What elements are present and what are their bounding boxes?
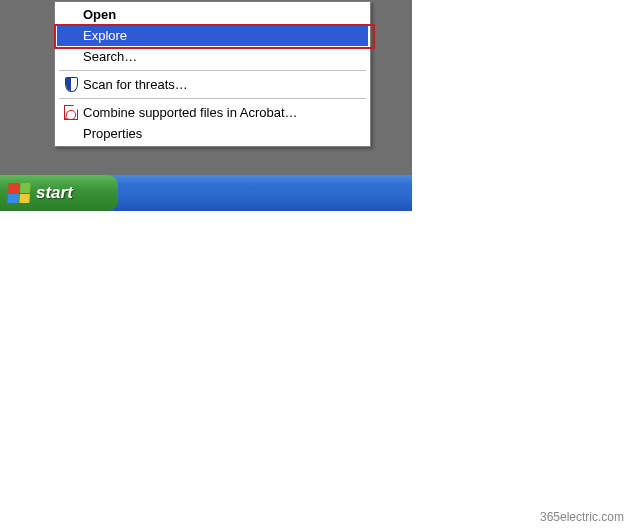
menu-item-open[interactable]: Open bbox=[57, 4, 368, 25]
blank-icon bbox=[61, 126, 81, 142]
blank-icon bbox=[61, 28, 81, 44]
blank-icon bbox=[61, 49, 81, 65]
start-button[interactable]: start bbox=[0, 175, 118, 211]
context-menu: Open Explore Search… Scan for threats… C… bbox=[54, 1, 371, 147]
start-button-label: start bbox=[36, 183, 73, 203]
menu-item-properties[interactable]: Properties bbox=[57, 123, 368, 144]
menu-item-label: Search… bbox=[81, 49, 137, 64]
menu-item-label: Combine supported files in Acrobat… bbox=[81, 105, 298, 120]
menu-item-label: Scan for threats… bbox=[81, 77, 188, 92]
menu-item-label: Open bbox=[81, 7, 116, 22]
blank-icon bbox=[61, 7, 81, 23]
menu-item-scan[interactable]: Scan for threats… bbox=[57, 74, 368, 95]
windows-logo-icon bbox=[7, 183, 30, 203]
menu-item-search[interactable]: Search… bbox=[57, 46, 368, 67]
menu-item-combine-pdf[interactable]: Combine supported files in Acrobat… bbox=[57, 102, 368, 123]
watermark: 365electric.com bbox=[540, 510, 624, 524]
menu-separator bbox=[59, 70, 366, 71]
shield-icon bbox=[61, 77, 81, 93]
taskbar: start bbox=[0, 175, 412, 211]
menu-separator bbox=[59, 98, 366, 99]
menu-item-label: Explore bbox=[81, 28, 127, 43]
menu-item-explore[interactable]: Explore bbox=[57, 25, 368, 46]
pdf-icon bbox=[61, 105, 81, 121]
menu-item-label: Properties bbox=[81, 126, 142, 141]
